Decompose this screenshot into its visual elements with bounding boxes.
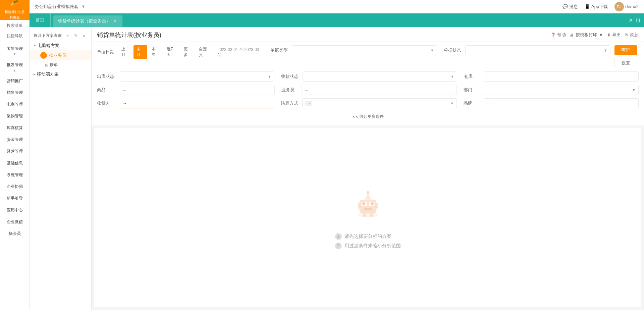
main-container: 办公用品行业模拟账套 ▼ 💬 消息 📱 App下载 Ea demo2 首页 [30,0,644,310]
date-btn-more[interactable]: 更多 [181,45,195,59]
sidebar-item-finance[interactable]: 资金管理 [0,134,29,145]
sidebar-item-label: 企业微信 [7,219,23,225]
payment-status-select[interactable]: ▼ [303,71,457,82]
sidebar-item-weixin[interactable]: 企业微信 [0,216,29,227]
tab-close-btn[interactable]: × [112,18,118,24]
goods-select[interactable]: ··· [120,85,275,95]
user-name: demo2 [625,4,639,9]
sidebar-item-system[interactable]: 系统管理 [0,169,29,180]
schema-item-salesperson[interactable]: ○ 按业务员 [30,50,91,60]
sidebar-item-label: 零售管理 [7,46,23,52]
date-btn-thisyear[interactable]: 本年 [149,45,162,59]
message-action[interactable]: 💬 消息 [562,4,578,10]
user-profile[interactable]: Ea demo2 [614,2,639,11]
doc-type-select[interactable]: ▼ [292,45,437,55]
print-icon: 🖨 [570,33,574,38]
sidebar-item-marketing[interactable]: 营销推广 [0,75,29,87]
salesperson-select[interactable]: ··· [302,85,457,95]
goods-placeholder: ··· [123,88,126,93]
date-btn-thismonth[interactable]: 本月 [133,45,147,59]
tab-sales-stats[interactable]: 销货单统计表（按业务员） × [53,15,122,27]
date-btn-custom[interactable]: 自定义 [196,45,213,59]
doc-type-chevron: ▼ [430,48,434,52]
sidebar-item-apps[interactable]: 应用中心 [0,204,29,216]
sidebar-item-basic[interactable]: 基础信息 [0,157,29,169]
doc-status-chevron: ▼ [604,48,607,52]
search-menu[interactable]: 搜索菜单 [0,20,29,31]
app-download-label: App下载 [591,4,608,10]
goods-label: 商品 [97,87,116,93]
dropdown-icon[interactable]: ▼ [81,4,86,9]
print-btn[interactable]: 🖨 按模板打印 ▼ [570,32,603,38]
sidebar-item-member[interactable]: 畅会员 [0,227,29,239]
collapse-panel-btn[interactable]: « [80,32,87,39]
print-dropdown-icon: ▼ [599,33,603,38]
export-label: 导出 [612,32,621,38]
tab-spacer [122,13,625,27]
desktop-group-header[interactable]: ▼ 电脑端方案 [30,41,91,50]
refresh-btn[interactable]: ↻ 刷新 [625,32,639,38]
tab-bar-actions: ✕ ⊡ [625,13,644,27]
collapse-chevron-icon: ∧∧ [352,114,358,119]
sidebar-item-sales[interactable]: 销售管理 [0,87,29,98]
collapse-more-btn[interactable]: ∧∧ 收起更多条件 [352,114,384,119]
mobile-group-header[interactable]: ▶ 移动端方案 [30,69,91,79]
doc-status-select[interactable]: ▼ [465,45,610,55]
warehouse-label: 仓库 [461,73,480,80]
settlement-tag-remove[interactable]: × [308,101,310,105]
help-btn[interactable]: ❓ 帮助 [550,32,566,38]
settings-button[interactable]: 设置 [614,58,637,68]
doc-status-label: 单据状态 [444,47,463,53]
sidebar-item-operations[interactable]: 经营管理 [0,145,29,157]
sidebar-item-guide[interactable]: 新手引导 [0,192,29,204]
message-icon: 💬 [562,4,568,9]
action-buttons: 查询 设置 [614,45,639,68]
add-schema-btn[interactable]: + [64,32,71,39]
brand-placeholder: ··· [487,101,490,106]
sidebar-item-cooperation[interactable]: 企业协同 [0,180,29,192]
receiver-input[interactable]: ··· [120,98,274,108]
sidebar-item-label: 销售管理 [7,90,23,96]
quick-nav[interactable]: 快捷导航 [0,31,29,41]
settlement-label: 结算方式 [278,100,298,106]
triangle-icon: ▼ [34,44,36,47]
out-status-select[interactable]: ▼ [120,71,274,82]
sidebar-item-label: 采购管理 [7,113,23,119]
department-label: 部门 [461,87,480,93]
edit-schema-btn[interactable]: ✎ [72,32,79,39]
tab-maximize-btn[interactable]: ⊡ [636,17,640,23]
sidebar-item-ecommerce[interactable]: 电商管理 [0,98,29,110]
sidebar-item-label: 畅会员 [9,231,21,237]
query-button[interactable]: 查询 [614,45,637,55]
sidebar-item-inventory[interactable]: 库存核算 [0,122,29,134]
right-content: 销货单统计表(按业务员) ❓ 帮助 🖨 按模板打印 ▼ [92,27,644,310]
warehouse-select[interactable]: ··· [484,71,639,82]
filter-row-1: 单据日期 上月 本月 本年 近7天 更多 自定义 2023-03-01 至 20… [97,45,639,68]
tab-bar: 首页 销货单统计表（按业务员） × ✕ ⊡ [30,13,644,27]
settlement-select[interactable]: × ▼ [302,98,457,108]
mobile-group-label: 移动端方案 [37,71,59,77]
svg-point-5 [371,202,374,205]
app-logo: 🍊 畅捷通好生意 标准版 [0,0,30,20]
sub-item-order[interactable]: ⊞ 按单 [30,60,91,69]
date-btn-lastmonth[interactable]: 上月 [118,45,132,59]
svg-rect-10 [370,213,373,217]
sidebar-item-wholesale[interactable]: 批发管理 ▲ [0,59,29,75]
date-label: 单据日期 [97,49,116,55]
page-header: 销货单统计表(按业务员) ❓ 帮助 🖨 按模板打印 ▼ [92,27,644,42]
date-btn-7days[interactable]: 近7天 [164,45,179,59]
department-select[interactable]: ▼ [484,85,639,95]
tip-text-1: 请先选择要分析的方案 [344,234,391,240]
sidebar-item-retail[interactable]: 零售管理 ▼ [0,43,29,59]
receiver-label: 收货人 [97,100,116,106]
refresh-label: 刷新 [630,32,639,38]
brand-select[interactable]: ··· [484,98,639,108]
tab-home[interactable]: 首页 [30,13,51,27]
left-panel-header: 按以下方案查询 + ✎ « [30,30,91,41]
sidebar-item-label: 经营管理 [7,149,23,154]
export-btn[interactable]: ⬇ 导出 [607,32,621,38]
sidebar-item-purchase[interactable]: 采购管理 [0,110,29,122]
app-download-action[interactable]: 📱 App下载 [585,4,608,10]
dot-icon: ○ [43,54,45,57]
tab-close-window-btn[interactable]: ✕ [629,17,633,23]
